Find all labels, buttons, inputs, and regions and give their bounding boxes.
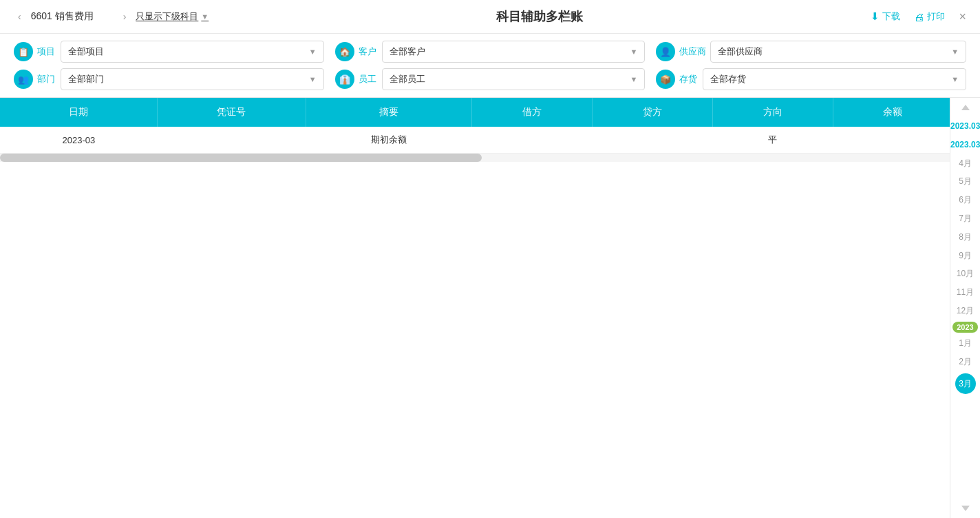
customer-icon: 🏠 bbox=[335, 42, 354, 61]
inventory-select[interactable]: 全部存货 ▼ bbox=[703, 68, 966, 90]
timeline-month-3-current[interactable]: 3月 bbox=[955, 373, 976, 394]
filter-supplier: 👤 供应商 全部供应商 ▼ bbox=[656, 41, 966, 63]
department-arrow: ▼ bbox=[309, 75, 317, 83]
timeline-month-7[interactable]: 7月 bbox=[950, 209, 980, 228]
col-direction: 方向 bbox=[712, 98, 833, 127]
department-icon: 👥 bbox=[14, 70, 33, 89]
filter-project: 📋 项目 全部项目 ▼ bbox=[14, 41, 324, 63]
timeline-scroll: 4月 5月 6月 7月 8月 9月 10月 11月 12月 2023 1月 2月… bbox=[950, 154, 980, 499]
inventory-arrow: ▼ bbox=[951, 75, 959, 83]
title-left: ‹ 6601 销售费用 › 只显示下级科目 ▼ bbox=[14, 10, 209, 23]
title-actions: ⬇ 下载 🖨 打印 × bbox=[871, 10, 966, 23]
inventory-value: 全部存货 bbox=[710, 73, 746, 85]
filter-customer: 🏠 客户 全部客户 ▼ bbox=[335, 41, 646, 63]
timeline-month-9[interactable]: 9月 bbox=[950, 247, 980, 265]
project-icon: 📋 bbox=[14, 42, 33, 61]
filter-row-1: 📋 项目 全部项目 ▼ 🏠 客户 全部客户 ▼ 👤 供应商 全部供应 bbox=[14, 41, 966, 63]
year-badge[interactable]: 2023 bbox=[952, 322, 977, 333]
cell-direction: 平 bbox=[712, 127, 833, 154]
account-code: 6601 bbox=[31, 10, 52, 21]
supplier-icon: 👤 bbox=[656, 42, 675, 61]
supplier-select[interactable]: 全部供应商 ▼ bbox=[710, 41, 966, 63]
timeline-month-2[interactable]: 2月 bbox=[950, 353, 980, 371]
page-title: 科目辅助多栏账 bbox=[209, 8, 871, 25]
col-credit: 贷方 bbox=[592, 98, 712, 127]
filter-row-2: 👥 部门 全部部门 ▼ 👔 员工 全部员工 ▼ 📦 存货 全部存货 bbox=[14, 68, 966, 90]
account-name: 销售费用 bbox=[55, 10, 94, 21]
customer-label: 客户 bbox=[359, 45, 378, 58]
show-sub-button[interactable]: 只显示下级科目 ▼ bbox=[136, 10, 209, 23]
timeline-selected-2[interactable]: 2023.03 bbox=[950, 136, 980, 154]
timeline-month-6[interactable]: 6月 bbox=[950, 191, 980, 209]
timeline-nav-down[interactable] bbox=[950, 499, 980, 518]
cell-date: 2023-03 bbox=[0, 127, 158, 154]
timeline-nav-up[interactable] bbox=[950, 98, 980, 117]
title-bar: ‹ 6601 销售费用 › 只显示下级科目 ▼ 科目辅助多栏账 ⬇ 下载 🖨 打… bbox=[0, 0, 980, 34]
ledger-table: 日期 凭证号 摘要 借方 贷方 方向 余额 2023-03期初余额平 bbox=[0, 98, 952, 154]
supplier-label: 供应商 bbox=[679, 45, 706, 58]
download-icon: ⬇ bbox=[871, 10, 880, 23]
timeline-month-12[interactable]: 12月 bbox=[950, 302, 980, 320]
filter-area: 📋 项目 全部项目 ▼ 🏠 客户 全部客户 ▼ 👤 供应商 全部供应 bbox=[0, 34, 980, 98]
cell-balance bbox=[833, 127, 952, 154]
project-label: 项目 bbox=[37, 45, 56, 58]
cell-debit bbox=[471, 127, 592, 154]
col-debit: 借方 bbox=[471, 98, 592, 127]
department-label: 部门 bbox=[37, 73, 56, 85]
timeline-month-10[interactable]: 10月 bbox=[950, 265, 980, 283]
customer-arrow: ▼ bbox=[630, 48, 637, 56]
col-date: 日期 bbox=[0, 98, 158, 127]
department-select[interactable]: 全部部门 ▼ bbox=[61, 68, 324, 90]
filter-department: 👥 部门 全部部门 ▼ bbox=[14, 68, 324, 90]
main-modal: ‹ 6601 销售费用 › 只显示下级科目 ▼ 科目辅助多栏账 ⬇ 下载 🖨 打… bbox=[0, 0, 980, 518]
filter-inventory: 📦 存货 全部存货 ▼ bbox=[656, 68, 966, 90]
filter-employee: 👔 员工 全部员工 ▼ bbox=[335, 68, 646, 90]
col-voucher: 凭证号 bbox=[158, 98, 306, 127]
inventory-label: 存货 bbox=[679, 73, 699, 85]
inventory-icon: 📦 bbox=[656, 70, 675, 89]
supplier-arrow: ▼ bbox=[951, 48, 959, 56]
customer-select[interactable]: 全部客户 ▼ bbox=[382, 41, 646, 63]
project-arrow: ▼ bbox=[309, 48, 317, 56]
cell-voucher bbox=[158, 127, 306, 154]
employee-value: 全部员工 bbox=[390, 73, 425, 85]
table-container: 日期 凭证号 摘要 借方 贷方 方向 余额 2023-03期初余额平 bbox=[0, 98, 980, 518]
supplier-value: 全部供应商 bbox=[718, 45, 763, 58]
timeline-selected-1[interactable]: 2023.03 bbox=[950, 117, 980, 136]
account-label: 6601 销售费用 bbox=[31, 10, 114, 23]
print-icon: 🖨 bbox=[914, 11, 924, 23]
dropdown-icon: ▼ bbox=[201, 12, 209, 21]
download-button[interactable]: ⬇ 下载 bbox=[871, 10, 900, 23]
prev-account-btn[interactable]: ‹ bbox=[14, 10, 25, 23]
timeline-month-8[interactable]: 8月 bbox=[950, 228, 980, 247]
col-summary: 摘要 bbox=[306, 98, 471, 127]
department-value: 全部部门 bbox=[68, 73, 104, 85]
cell-summary: 期初余额 bbox=[306, 127, 471, 154]
download-label: 下载 bbox=[882, 10, 900, 23]
col-balance: 余额 bbox=[833, 98, 952, 127]
customer-value: 全部客户 bbox=[390, 45, 425, 58]
employee-label: 员工 bbox=[359, 73, 378, 85]
timeline-month-1[interactable]: 1月 bbox=[950, 334, 980, 353]
table-row: 2023-03期初余额平 bbox=[0, 127, 952, 154]
timeline-month-4[interactable]: 4月 bbox=[950, 154, 980, 173]
cell-credit bbox=[592, 127, 712, 154]
employee-icon: 👔 bbox=[335, 70, 354, 89]
print-label: 打印 bbox=[927, 10, 945, 23]
project-value: 全部项目 bbox=[68, 45, 104, 58]
print-button[interactable]: 🖨 打印 bbox=[914, 10, 945, 23]
employee-arrow: ▼ bbox=[630, 75, 637, 83]
project-select[interactable]: 全部项目 ▼ bbox=[61, 41, 324, 63]
employee-select[interactable]: 全部员工 ▼ bbox=[382, 68, 646, 90]
show-sub-label: 只显示下级科目 bbox=[136, 10, 198, 23]
timeline-month-11[interactable]: 11月 bbox=[950, 283, 980, 302]
timeline-sidebar: 2023.03 2023.03 4月 5月 6月 7月 8月 9月 10月 11… bbox=[950, 98, 980, 518]
close-button[interactable]: × bbox=[959, 10, 966, 23]
next-account-btn[interactable]: › bbox=[119, 10, 131, 23]
timeline-month-5[interactable]: 5月 bbox=[950, 172, 980, 191]
